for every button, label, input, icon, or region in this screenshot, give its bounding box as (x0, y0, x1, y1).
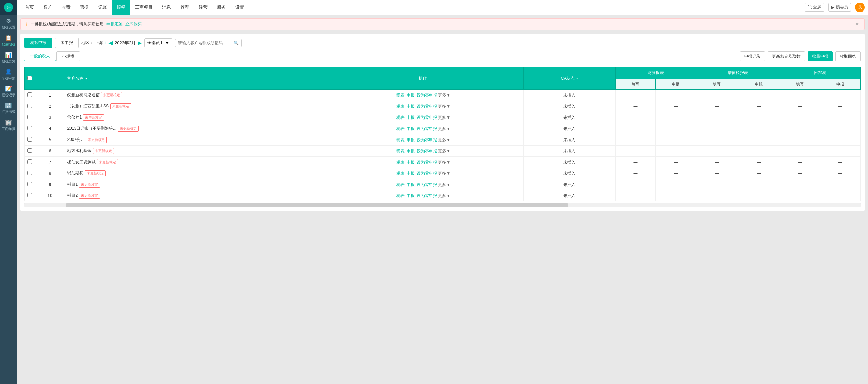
op-btn-3[interactable]: 更多▼ (438, 182, 450, 188)
op-btn-2[interactable]: 设为零申报 (417, 193, 437, 199)
ca-sort-icon[interactable]: ○ (576, 77, 578, 80)
nav-billing[interactable]: 收费 (57, 0, 75, 15)
op-btn-3[interactable]: 更多▼ (438, 104, 450, 109)
dept-select[interactable]: 全部员工 ▼ (144, 38, 172, 47)
op-btn-1[interactable]: 申报 (407, 92, 415, 98)
nav-tax[interactable]: 报税 (112, 0, 130, 15)
op-btn-2[interactable]: 设为零申报 (417, 148, 437, 154)
sidebar-item-tax-records[interactable]: 📝 报税记录 (0, 83, 17, 100)
row-cell-2: — (696, 179, 738, 190)
op-btn-2[interactable]: 设为零申报 (417, 92, 437, 98)
op-btn-2[interactable]: 设为零申报 (417, 137, 437, 143)
op-btn-0[interactable]: 税表 (396, 115, 405, 121)
period-next-button[interactable]: ▶ (138, 40, 142, 46)
op-btn-0[interactable]: 税表 (396, 182, 405, 188)
op-btn-3[interactable]: 更多▼ (438, 115, 450, 121)
op-btn-1[interactable]: 申报 (407, 159, 415, 165)
row-checkbox[interactable] (27, 171, 32, 175)
op-btn-1[interactable]: 申报 (407, 104, 415, 109)
op-btn-2[interactable]: 设为零申报 (417, 104, 437, 109)
region-info-icon[interactable]: ℹ (104, 41, 106, 45)
notice-link-records[interactable]: 申报汇签 (106, 21, 123, 27)
sidebar-item-business-report[interactable]: 🏢 工商年报 (0, 116, 17, 133)
nav-client[interactable]: 客户 (39, 0, 57, 15)
row-cell-2: — (696, 190, 738, 201)
op-btn-1[interactable]: 申报 (407, 193, 415, 199)
nav-bookkeeping[interactable]: 记账 (94, 0, 112, 15)
op-btn-0[interactable]: 税表 (396, 171, 405, 176)
update-quota-button[interactable]: 更新核定及取数 (768, 51, 805, 61)
sidebar-item-label: 报税总览 (2, 59, 15, 64)
op-btn-3[interactable]: 更多▼ (438, 148, 450, 154)
op-btn-3[interactable]: 更多▼ (438, 92, 450, 98)
apply-records-button[interactable]: 申报记录 (740, 51, 765, 61)
op-btn-0[interactable]: 税表 (396, 126, 405, 132)
horizontal-scrollbar[interactable] (24, 203, 861, 207)
fullscreen-button[interactable]: ⛶ 全屏 (805, 3, 824, 12)
op-btn-1[interactable]: 申报 (407, 148, 415, 154)
row-checkbox[interactable] (27, 159, 32, 164)
row-checkbox[interactable] (27, 137, 32, 142)
period-prev-button[interactable]: ◀ (108, 40, 113, 46)
op-btn-1[interactable]: 申报 (407, 171, 415, 176)
tab-tax-declare[interactable]: 税款申报 (24, 38, 52, 48)
row-checkbox[interactable] (27, 148, 32, 153)
op-btn-3[interactable]: 更多▼ (438, 137, 450, 143)
table-row: 7杨仙女工资测试未更新核定税表申报设为零申报更多▼未插入—————— (25, 157, 861, 168)
nav-message[interactable]: 消息 (157, 0, 176, 15)
nav-operation[interactable]: 经营 (194, 0, 212, 15)
row-client-name: 辅助期初未更新核定 (65, 168, 322, 179)
op-btn-0[interactable]: 税表 (396, 159, 405, 165)
row-checkbox[interactable] (27, 104, 32, 108)
notice-link-buy[interactable]: 立即购买 (125, 21, 142, 27)
batch-apply-button[interactable]: 批量申报 (808, 51, 833, 61)
op-btn-0[interactable]: 税表 (396, 193, 405, 199)
sort-icon[interactable]: ▼ (85, 77, 88, 80)
op-btn-1[interactable]: 申报 (407, 182, 415, 188)
nav-settings[interactable]: 设置 (231, 0, 249, 15)
op-btn-1[interactable]: 申报 (407, 137, 415, 143)
op-btn-3[interactable]: 更多▼ (438, 193, 450, 199)
row-checkbox[interactable] (27, 126, 32, 130)
sidebar-item-tax-overview[interactable]: 📊 报税总览 (0, 49, 17, 66)
sidebar-item-personal-tax[interactable]: 👤 个税申报 (0, 66, 17, 83)
op-btn-1[interactable]: 申报 (407, 115, 415, 121)
nav-admin[interactable]: 管理 (176, 0, 194, 15)
op-btn-2[interactable]: 设为零申报 (417, 171, 437, 176)
select-all-checkbox[interactable] (27, 76, 32, 80)
row-checkbox[interactable] (27, 193, 32, 197)
op-btn-2[interactable]: 设为零申报 (417, 159, 437, 165)
nav-service[interactable]: 服务 (212, 0, 231, 15)
tab-general-taxpayer[interactable]: 一般的税人 (24, 51, 56, 61)
tab-zero-declare[interactable]: 零申报 (55, 38, 79, 48)
op-btn-3[interactable]: 更多▼ (438, 171, 450, 176)
sidebar-item-calc-clear[interactable]: 🔢 汇算清缴 (0, 100, 17, 116)
row-cell-2: — (696, 101, 738, 112)
op-btn-3[interactable]: 更多▼ (438, 126, 450, 132)
row-checkbox[interactable] (27, 92, 32, 97)
sidebar-item-batch-tax[interactable]: 📋 批量报税 (0, 32, 17, 49)
op-btn-2[interactable]: 设为零申报 (417, 182, 437, 188)
search-input[interactable] (178, 41, 232, 45)
tab-small-scale[interactable]: 小规模 (56, 51, 80, 61)
op-btn-0[interactable]: 税表 (396, 148, 405, 154)
row-checkbox[interactable] (27, 115, 32, 119)
row-cell-1: — (656, 157, 696, 168)
sidebar-item-tax-settings[interactable]: ⚙ 报税设置 (0, 15, 17, 32)
nav-home[interactable]: 首页 (20, 0, 39, 15)
nav-business[interactable]: 工商项目 (130, 0, 157, 15)
avatar[interactable]: 头 (855, 3, 865, 12)
op-btn-1[interactable]: 申报 (407, 126, 415, 132)
search-icon[interactable]: 🔍 (234, 41, 239, 45)
row-checkbox[interactable] (27, 182, 32, 186)
op-btn-0[interactable]: 税表 (396, 92, 405, 98)
notice-close-button[interactable]: ✕ (855, 22, 859, 27)
op-btn-2[interactable]: 设为零申报 (417, 126, 437, 132)
vip-button[interactable]: ▶ 畅会员 (828, 3, 851, 12)
retrieve-back-button[interactable]: 收取回执 (835, 51, 861, 61)
nav-invoice[interactable]: 票据 (75, 0, 94, 15)
op-btn-0[interactable]: 税表 (396, 104, 405, 109)
op-btn-2[interactable]: 设为零申报 (417, 115, 437, 121)
op-btn-3[interactable]: 更多▼ (438, 159, 450, 165)
op-btn-0[interactable]: 税表 (396, 137, 405, 143)
